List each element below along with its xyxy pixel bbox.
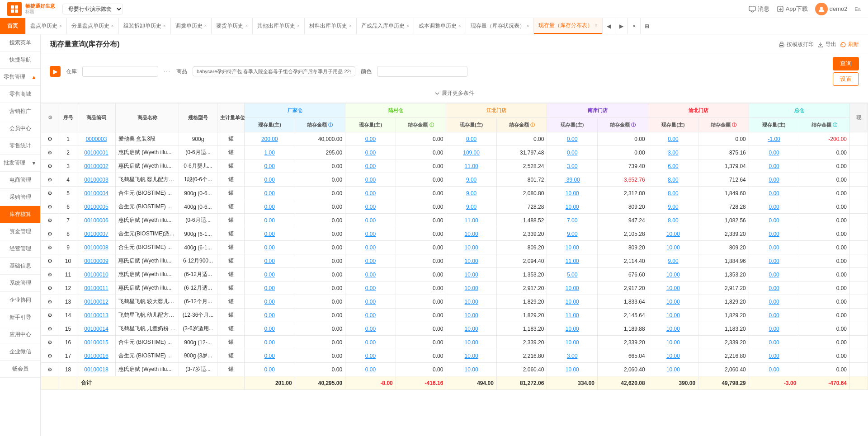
tab-close-dist[interactable]: × [594, 23, 597, 28]
tab-close-bundle[interactable]: × [163, 23, 166, 28]
sidebar-item-basic[interactable]: 基础信息 [0, 258, 40, 275]
user-area[interactable]: demo2 [815, 3, 848, 15]
cell-total-qty[interactable]: 0.00 [749, 349, 799, 363]
cell-yb-qty[interactable]: 10.00 [648, 322, 698, 336]
tab-close-all-btn[interactable]: × [627, 18, 640, 34]
cell-land-qty[interactable]: 0.00 [345, 268, 396, 281]
cell-total-qty[interactable]: 0.00 [749, 227, 799, 241]
cell-jb-qty[interactable]: 9.00 [446, 173, 497, 187]
cell-code[interactable]: 00100009 [77, 254, 116, 268]
cell-land-qty[interactable]: 0.00 [345, 254, 396, 268]
cell-land-qty[interactable]: 0.00 [345, 187, 396, 200]
cell-land-qty[interactable]: 0.00 [345, 146, 396, 159]
sidebar-item-corp[interactable]: 企业协同 [0, 292, 40, 309]
cell-jb-qty[interactable]: 10.00 [446, 309, 497, 322]
sidebar-item-ops[interactable]: 经营管理 [0, 240, 40, 258]
cell-code[interactable]: 00100003 [77, 173, 116, 187]
cell-land-qty[interactable]: 0.00 [345, 132, 396, 146]
cell-na-qty[interactable]: 10.00 [547, 187, 598, 200]
cell-land-qty[interactable]: 0.00 [345, 322, 396, 336]
tab-cost[interactable]: 成本调整单历史 × [414, 18, 466, 34]
cell-yb-qty[interactable]: 3.00 [648, 146, 698, 159]
cell-na-qty[interactable]: 11.00 [547, 254, 598, 268]
cell-total-qty[interactable]: -1.00 [749, 132, 799, 146]
print-btn[interactable]: 按模版打印 [778, 41, 814, 48]
cell-yb-qty[interactable]: 10.00 [648, 309, 698, 322]
sidebar-item-wholesale[interactable]: 批发管理▼ [0, 155, 40, 172]
cell-na-qty[interactable]: 5.00 [547, 268, 598, 281]
demo-selector[interactable]: 母婴行业演示陈套 [62, 4, 123, 14]
filter-collapse-btn[interactable]: ▶ [50, 66, 61, 77]
sidebar-item-guide[interactable]: 新手引导 [0, 309, 40, 326]
cell-jb-qty[interactable]: 10.00 [446, 241, 497, 254]
cell-factory-qty[interactable]: 0.00 [245, 281, 295, 295]
cell-land-qty[interactable]: 0.00 [345, 241, 396, 254]
cell-yb-qty[interactable]: 10.00 [648, 227, 698, 241]
tab-dispatch[interactable]: 调拨单历史 × [171, 18, 212, 34]
sidebar-item-shortcut[interactable]: 快捷导航 [0, 52, 40, 69]
tab-prev-btn[interactable]: ◀ [602, 18, 615, 34]
cell-factory-qty[interactable]: 0.00 [245, 187, 295, 200]
cell-code[interactable]: 00100008 [77, 241, 116, 254]
cell-land-qty[interactable]: 0.00 [345, 349, 396, 363]
cell-factory-qty[interactable]: 0.00 [245, 214, 295, 227]
cell-factory-qty[interactable]: 0.00 [245, 363, 295, 376]
cell-code[interactable]: 00100011 [77, 281, 116, 295]
cell-jb-qty[interactable]: 109.00 [446, 146, 497, 159]
tab-inventory[interactable]: 盘点单历史 × [26, 18, 67, 34]
cell-yb-qty[interactable]: 8.00 [648, 214, 698, 227]
cell-gear[interactable]: ⚙ [41, 349, 59, 363]
cell-gear[interactable]: ⚙ [41, 295, 59, 309]
sidebar-item-retail-stat[interactable]: 零售统计 [0, 137, 40, 155]
cell-total-qty[interactable]: 0.00 [749, 336, 799, 349]
tab-product-in[interactable]: 产成品入库单历史 × [357, 18, 414, 34]
sidebar-item-fan[interactable]: 畅会员 [0, 361, 40, 378]
cell-code[interactable]: 00100016 [77, 349, 116, 363]
tab-split-inventory[interactable]: 分量盘点单历史 × [67, 18, 119, 34]
sidebar-item-finance[interactable]: 资金管理 [0, 223, 40, 240]
cell-code[interactable]: 00100005 [77, 200, 116, 214]
cell-factory-qty[interactable]: 0.00 [245, 336, 295, 349]
cell-jb-qty[interactable]: 9.00 [446, 200, 497, 214]
cell-factory-qty[interactable]: 1.00 [245, 146, 295, 159]
expand-more-btn[interactable]: 展开更多条件 [50, 88, 859, 99]
cell-jb-qty[interactable]: 10.00 [446, 336, 497, 349]
cell-jb-qty[interactable]: 10.00 [446, 268, 497, 281]
tab-close-material[interactable]: × [349, 23, 352, 28]
cell-na-qty[interactable]: 0.00 [547, 146, 598, 159]
cell-yb-qty[interactable]: 6.00 [648, 159, 698, 173]
cell-jb-qty[interactable]: 10.00 [446, 349, 497, 363]
cell-na-qty[interactable]: -39.00 [547, 173, 598, 187]
cell-na-qty[interactable]: 10.00 [547, 241, 598, 254]
cell-factory-qty[interactable]: 200.00 [245, 132, 295, 146]
cell-na-qty[interactable]: 10.00 [547, 295, 598, 309]
tab-home[interactable]: 首页 [0, 18, 26, 34]
sidebar-item-app-center[interactable]: 应用中心 [0, 326, 40, 343]
tab-close-other[interactable]: × [297, 23, 300, 28]
cell-na-qty[interactable]: 3.00 [547, 159, 598, 173]
product-input[interactable] [193, 66, 355, 76]
cell-total-qty[interactable]: 0.00 [749, 214, 799, 227]
cell-code[interactable]: 00100014 [77, 322, 116, 336]
cell-total-qty[interactable]: 0.00 [749, 322, 799, 336]
tab-bundle[interactable]: 组装拆卸单历史 × [119, 18, 171, 34]
cell-gear[interactable]: ⚙ [41, 336, 59, 349]
cell-yb-qty[interactable]: 0.00 [648, 132, 698, 146]
cell-code[interactable]: 00100006 [77, 214, 116, 227]
cell-yb-qty[interactable]: 10.00 [648, 241, 698, 254]
app-download-btn[interactable]: App下载 [777, 5, 808, 13]
cell-jb-qty[interactable]: 10.00 [446, 281, 497, 295]
cell-total-qty[interactable]: 0.00 [749, 295, 799, 309]
tab-expand-btn[interactable]: ⊞ [640, 18, 653, 34]
tab-close-inventory[interactable]: × [59, 23, 62, 28]
cell-jb-qty[interactable]: 10.00 [446, 322, 497, 336]
refresh-btn[interactable]: 刷新 [840, 41, 859, 48]
cell-gear[interactable]: ⚙ [41, 309, 59, 322]
cell-factory-qty[interactable]: 0.00 [245, 241, 295, 254]
cell-land-qty[interactable]: 0.00 [345, 309, 396, 322]
query-btn[interactable]: 查询 [833, 57, 859, 70]
cell-yb-qty[interactable]: 9.00 [648, 254, 698, 268]
cell-na-qty[interactable]: 10.00 [547, 322, 598, 336]
cell-total-qty[interactable]: 0.00 [749, 254, 799, 268]
cell-na-qty[interactable]: 10.00 [547, 363, 598, 376]
